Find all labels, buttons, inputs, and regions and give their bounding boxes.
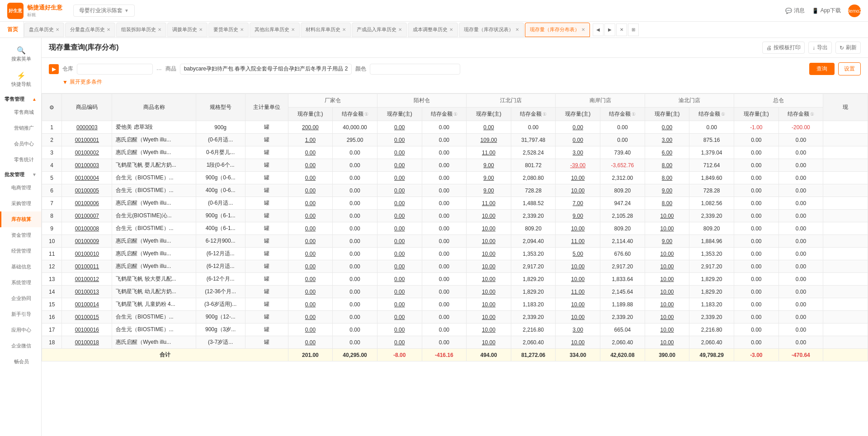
cell-w4-qty: 0.00 <box>556 121 600 134</box>
industry-selector[interactable]: 母婴行业演示陈套 ▼ <box>73 5 135 17</box>
sidebar-item-mall[interactable]: 零售商城 <box>0 104 41 120</box>
tab-8[interactable]: 产成品入库单历史 ✕ <box>352 23 407 37</box>
cell-w5-amt: 1,884.96 <box>689 235 734 248</box>
user-avatar[interactable]: demo2 <box>848 5 861 17</box>
tab-3[interactable]: 组装拆卸单历史 ✕ <box>116 23 166 37</box>
cell-w1-qty: 0.00 <box>288 298 333 311</box>
cell-spec: (6-12个月... <box>196 273 245 286</box>
color-input[interactable] <box>370 64 460 75</box>
app-download-btn[interactable]: 📱 App下载 <box>812 7 841 14</box>
cell-w5-qty: 10.00 <box>645 210 689 222</box>
cell-w2-amt: 0.00 <box>422 336 467 349</box>
tab-close-8[interactable]: ✕ <box>398 27 402 32</box>
sidebar-item-collab[interactable]: 企业协同 <box>0 291 41 306</box>
th-total-qty: 现存量(主) <box>734 108 778 121</box>
collapse-btn[interactable]: ▶ <box>49 64 59 74</box>
tab-1[interactable]: 盘点单历史 ✕ <box>24 23 64 37</box>
content-area: 现存量查询(库存分布) 🖨 按模板打印 ↓ 导出 ↻ 刷新 ▶ <box>42 38 868 436</box>
tab-close-10[interactable]: ✕ <box>515 27 519 32</box>
tab-next-btn[interactable]: ▶ <box>604 23 615 36</box>
sidebar-item-guide[interactable]: 新手引导 <box>0 306 41 322</box>
th-w1: 厂家仓 <box>288 94 377 108</box>
setting-btn[interactable]: 设置 <box>838 62 861 75</box>
sidebar-item-finance[interactable]: 资金管理 <box>0 227 41 243</box>
summary-current <box>823 349 868 361</box>
summary-w1-qty: 201.00 <box>288 349 333 361</box>
tab-4[interactable]: 调拨单历史 ✕ <box>167 23 208 37</box>
tab-close-all-btn[interactable]: ✕ <box>616 23 627 36</box>
warehouse-dots[interactable]: ··· <box>156 66 162 73</box>
tab-home[interactable]: 首页 <box>2 22 24 38</box>
table-row: 3 00100002 惠氏启醒（Wyeth illu... 0-6月婴儿... … <box>42 146 868 159</box>
cell-w3-amt: 2,339.20 <box>511 210 556 222</box>
refresh-btn[interactable]: ↻ 刷新 <box>835 42 861 54</box>
cell-name: 惠氏启醒（Wyeth illu... <box>112 134 196 146</box>
sidebar-item-basic[interactable]: 基础信息 <box>0 259 41 275</box>
logo-icon: 好生意 <box>7 3 24 19</box>
cell-w2-amt: 0.00 <box>422 286 467 298</box>
goods-input[interactable] <box>180 64 352 75</box>
cell-w4-amt: 2,145.64 <box>600 286 645 298</box>
tab-2[interactable]: 分量盘点单历史 ✕ <box>65 23 115 37</box>
cell-code: 00100010 <box>62 248 112 260</box>
tab-prev-btn[interactable]: ◀ <box>593 23 604 36</box>
sidebar-item-ecommerce[interactable]: 电商管理 <box>0 180 41 196</box>
cell-total-amt: 0.00 <box>778 197 823 210</box>
cell-unit: 罐 <box>245 197 288 210</box>
expand-conditions-btn[interactable]: ▼ 展开更多条件 <box>62 78 102 86</box>
warehouse-input[interactable] <box>77 64 153 75</box>
tab-close-3[interactable]: ✕ <box>158 27 161 32</box>
cell-w3-amt: 31,797.48 <box>511 134 556 146</box>
sidebar-item-quicknav[interactable]: ⚡ 快捷导航 <box>0 67 41 92</box>
sidebar-item-retailstat[interactable]: 零售统计 <box>0 152 41 168</box>
cell-w4-amt: -3,652.76 <box>600 159 645 172</box>
tab-11[interactable]: 现存量（库存分布表） ✕ <box>525 23 590 37</box>
sidebar-item-search[interactable]: 🔍 搜索英单 <box>0 42 41 67</box>
tab-close-6[interactable]: ✕ <box>291 27 295 32</box>
sidebar-item-member[interactable]: 会员中心 <box>0 136 41 152</box>
cell-w2-amt: 0.00 <box>422 121 467 134</box>
cell-unit: 罐 <box>245 121 288 134</box>
cell-w4-qty: 10.00 <box>556 172 600 184</box>
cell-index: 15 <box>42 298 62 311</box>
sidebar-item-appcenter[interactable]: 应用中心 <box>0 322 41 338</box>
sidebar-item-purchase[interactable]: 采购管理 <box>0 196 41 211</box>
sidebar-item-system[interactable]: 系统管理 <box>0 275 41 291</box>
table-container[interactable]: ⚙ 商品编码 商品名称 规格型号 主计量单位 厂家仓 陌村仓 江北门店 南岸门店… <box>42 94 868 436</box>
tab-close-4[interactable]: ✕ <box>199 27 203 32</box>
tab-close-9[interactable]: ✕ <box>449 27 453 32</box>
sidebar-item-inventory[interactable]: 库存核算 <box>0 211 41 227</box>
tab-close-5[interactable]: ✕ <box>240 27 244 32</box>
message-btn[interactable]: 💬 消息 <box>785 7 805 14</box>
print-btn[interactable]: 🖨 按模板打印 <box>762 42 805 54</box>
tab-close-2[interactable]: ✕ <box>107 27 110 32</box>
tab-close-7[interactable]: ✕ <box>342 27 346 32</box>
search-btn[interactable]: 查询 <box>809 63 835 75</box>
cell-w2-qty: 0.00 <box>377 210 422 222</box>
cell-w4-amt: 2,312.00 <box>600 172 645 184</box>
tab-10[interactable]: 现存量（库存状况表） ✕ <box>459 23 524 37</box>
tab-expand-btn[interactable]: ⊞ <box>628 23 639 36</box>
cell-w1-qty: 1.00 <box>288 134 333 146</box>
cell-current <box>823 146 868 159</box>
sidebar-item-operation[interactable]: 经营管理 <box>0 243 41 259</box>
sidebar-group-wholesale[interactable]: 批发管理 ▼ <box>0 168 41 180</box>
cell-w2-amt: 0.00 <box>422 222 467 235</box>
sidebar-group-retail[interactable]: 零售管理 ▲ <box>0 92 41 104</box>
cell-w5-qty: 9.00 <box>645 235 689 248</box>
cell-total-qty: 0.00 <box>734 248 778 260</box>
tab-6[interactable]: 其他出库单历史 ✕ <box>250 23 300 37</box>
sidebar-item-marketing[interactable]: 营销推广 <box>0 120 41 136</box>
cell-w4-qty: 3.00 <box>556 323 600 336</box>
tab-7[interactable]: 材料出库单历史 ✕ <box>301 23 351 37</box>
cell-spec: 900g（6-1... <box>196 210 245 222</box>
cell-w1-amt: 0.00 <box>333 197 377 210</box>
cell-w4-amt: 1,833.64 <box>600 273 645 286</box>
tab-5[interactable]: 要货单历史 ✕ <box>208 23 249 37</box>
tab-close-11[interactable]: ✕ <box>581 27 585 32</box>
sidebar-item-wxwork[interactable]: 企业微信 <box>0 338 41 354</box>
tab-9[interactable]: 成本调整单历史 ✕ <box>408 23 458 37</box>
sidebar-item-vip[interactable]: 畅会员 <box>0 354 41 370</box>
export-btn[interactable]: ↓ 导出 <box>808 42 832 54</box>
tab-close-1[interactable]: ✕ <box>56 27 59 32</box>
